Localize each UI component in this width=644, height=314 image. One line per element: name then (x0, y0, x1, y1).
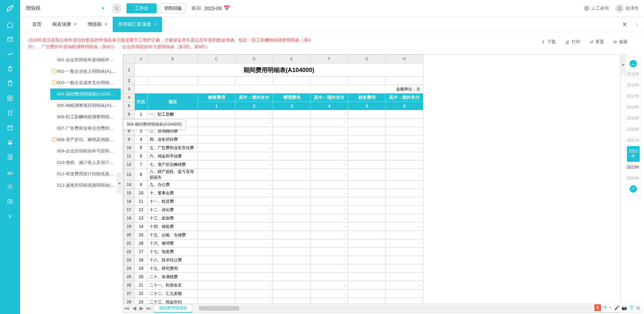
cell[interactable]: - (386, 110, 423, 119)
cell[interactable]: - (235, 290, 273, 298)
cell[interactable] (273, 135, 311, 144)
cell[interactable] (273, 197, 311, 206)
tree-item-1[interactable]: 002-一般企业收入明细表(A1… (50, 66, 121, 77)
cell[interactable]: - (386, 181, 423, 189)
cell[interactable]: - (235, 264, 273, 273)
cell[interactable]: 6 (135, 152, 148, 161)
cell[interactable]: - (311, 273, 348, 281)
cell[interactable]: - (386, 152, 423, 161)
cell[interactable] (198, 77, 235, 85)
sheet-next-icon[interactable]: ▶ (138, 304, 145, 312)
cell[interactable]: - (235, 119, 273, 127)
cell[interactable] (198, 119, 235, 127)
cell[interactable]: - (386, 206, 423, 214)
cell[interactable]: 行次 (135, 93, 148, 110)
year-2020年[interactable]: 2020年 (626, 124, 641, 135)
cell[interactable] (348, 214, 386, 223)
cell[interactable] (198, 264, 235, 273)
year-2021年[interactable]: 2021年 (626, 135, 641, 146)
cell[interactable] (273, 110, 311, 119)
cell[interactable]: - (235, 110, 273, 119)
year-2022年[interactable]: 2022年 (627, 146, 640, 162)
cell[interactable]: - (386, 273, 423, 281)
cell[interactable] (198, 110, 235, 119)
switch-old-button[interactable]: 切到旧版 (161, 3, 185, 13)
cell[interactable]: 15 (135, 231, 148, 239)
cell[interactable] (273, 298, 311, 304)
workbench-button[interactable]: 工作台 (126, 3, 157, 13)
cell[interactable]: 十八、技术转让费 (148, 256, 198, 264)
cell[interactable]: - (311, 206, 348, 214)
cell[interactable]: 4 (311, 102, 348, 110)
cell[interactable] (348, 169, 386, 181)
cell[interactable]: - (311, 189, 348, 197)
cell[interactable] (198, 298, 235, 304)
v-icon[interactable] (6, 212, 14, 220)
cell[interactable] (273, 144, 311, 152)
year-2023年[interactable]: 2023年 (626, 162, 641, 173)
consult-button[interactable]: 人工咨询 (584, 5, 609, 11)
cell[interactable]: 九、办公费 (148, 181, 198, 189)
cell[interactable]: - (386, 119, 423, 127)
cell[interactable] (348, 298, 386, 304)
cell[interactable]: 13 (135, 214, 148, 223)
cell[interactable]: - (311, 169, 348, 181)
cell[interactable] (348, 181, 386, 189)
cell[interactable]: - (386, 248, 423, 256)
cell[interactable]: - (386, 169, 423, 181)
ime-item[interactable]: 📷 (622, 305, 627, 310)
tree-item-10[interactable]: 011-研发费用加计扣除优惠… (50, 168, 121, 180)
cell[interactable]: 项目 (148, 93, 198, 110)
cell[interactable]: - (386, 127, 423, 135)
cell[interactable] (273, 206, 311, 214)
cell[interactable]: 销售费用 (198, 93, 235, 102)
cell[interactable]: - (311, 144, 348, 152)
cell[interactable]: - (235, 223, 273, 231)
spreadsheet[interactable]: ABCDEFGH1期间费用明细表(A104000)23金额单位：元4行次项目销售… (123, 54, 621, 304)
cell[interactable] (273, 152, 311, 161)
cell[interactable]: - (235, 127, 273, 135)
cell[interactable]: 18 (135, 256, 148, 264)
year-up-icon[interactable]: ︽ (630, 60, 637, 67)
settings-icon[interactable] (6, 183, 14, 190)
cell[interactable]: - (311, 135, 348, 144)
cell[interactable]: 十一、租赁费 (148, 197, 198, 206)
close-all-tabs[interactable]: ✕ (622, 21, 627, 28)
chart-icon[interactable] (6, 50, 14, 58)
cell[interactable]: 四、业务招待费 (148, 135, 198, 144)
cell[interactable]: - (386, 256, 423, 264)
cell[interactable]: - (386, 239, 423, 248)
cell[interactable]: - (311, 223, 348, 231)
cell[interactable]: 19 (135, 264, 148, 273)
cell[interactable] (198, 248, 235, 256)
cell[interactable] (348, 77, 386, 85)
cell[interactable]: 六、佣金和手续费 (148, 152, 198, 161)
list-button[interactable] (112, 3, 122, 13)
cell[interactable]: 金额单位：元 (135, 85, 423, 93)
cell[interactable]: - (311, 281, 348, 290)
cell[interactable] (386, 77, 423, 85)
cell[interactable]: 二十一、利息收支 (148, 281, 198, 290)
tree-item-9[interactable]: 010-免税、减计收入及加计… (50, 157, 121, 168)
cell[interactable]: 二十、各项税费 (148, 273, 198, 281)
cell[interactable]: - (311, 256, 348, 264)
ime-item[interactable]: 👕 (629, 305, 634, 310)
cell[interactable]: - (235, 239, 273, 248)
cell[interactable]: 二十三、现金折扣 (148, 298, 198, 304)
reset-button[interactable]: ↺重置 (590, 39, 604, 45)
cell[interactable]: 16 (135, 239, 148, 248)
cell[interactable]: - (311, 181, 348, 189)
cell[interactable]: - (386, 231, 423, 239)
cell[interactable] (348, 135, 386, 144)
cell[interactable]: - (311, 127, 348, 135)
cell[interactable] (273, 248, 311, 256)
cell[interactable]: - (311, 239, 348, 248)
cell[interactable]: - (386, 223, 423, 231)
cell[interactable] (198, 135, 235, 144)
cell[interactable] (348, 264, 386, 273)
cell[interactable]: - (235, 197, 273, 206)
tab-3[interactable]: 所得税汇算清缴✕ (113, 17, 162, 32)
cell[interactable]: 五、广告费和业务宣传费 (148, 144, 198, 152)
cell[interactable]: 21 (135, 281, 148, 290)
cell[interactable]: - (386, 214, 423, 223)
